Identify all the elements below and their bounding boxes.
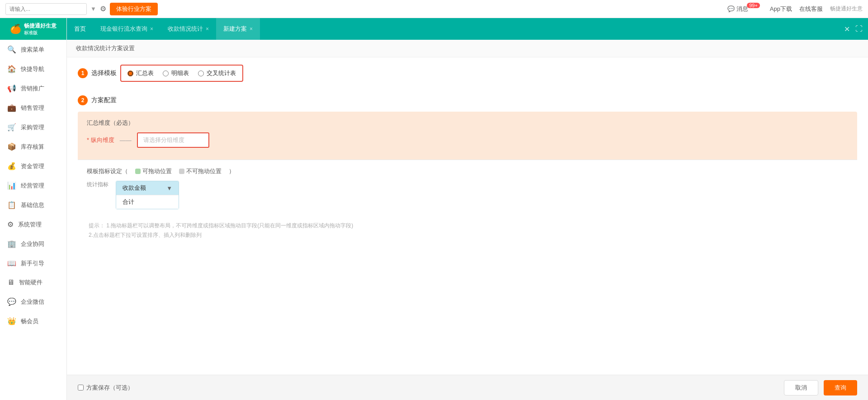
logo-area: 🍊 畅捷通好生意 标准版 xyxy=(0,18,66,40)
metrics-column-header[interactable]: 收款金额 ▼ xyxy=(116,181,179,195)
page-header: 收款情况统计方案设置 xyxy=(67,40,868,57)
sidebar-item-guide[interactable]: 📖 新手引导 xyxy=(0,254,66,273)
page-title: 收款情况统计方案设置 xyxy=(76,45,135,52)
config-area: 汇总维度（必选） * 纵向维度 —— 请选择分组维度 模板指标设定（ xyxy=(78,112,857,246)
radio-cross[interactable]: 交叉统计表 xyxy=(198,69,236,77)
industry-button[interactable]: 体验行业方案 xyxy=(110,3,158,15)
inventory-icon: 📦 xyxy=(7,142,16,151)
step1-circle: 1 xyxy=(78,68,88,78)
metrics-header: 模板指标设定（ 可拖动位置 不可拖动位置 ） xyxy=(87,167,848,175)
sidebar-item-label: 基础信息 xyxy=(21,201,44,209)
radio-detail[interactable]: 明细表 xyxy=(163,69,189,77)
sidebar-item-system[interactable]: ⚙ 系统管理 xyxy=(0,215,66,234)
sidebar-item-label: 经营管理 xyxy=(21,182,44,190)
sidebar-item-inventory[interactable]: 📦 库存核算 xyxy=(0,137,66,156)
content-area: 收款情况统计方案设置 1 选择模板 汇总表 xyxy=(67,40,868,375)
tab-new-plan[interactable]: 新建方案 × xyxy=(216,18,260,40)
sidebar-item-search[interactable]: 🔍 搜索菜单 xyxy=(0,40,66,59)
stats-label: 统计指标 xyxy=(87,181,108,188)
column-dropdown-icon[interactable]: ▼ xyxy=(166,185,172,192)
logo-title: 畅捷通好生意 xyxy=(24,22,57,30)
tab-cashflow-close[interactable]: × xyxy=(150,26,153,32)
query-button[interactable]: 查询 xyxy=(824,380,857,395)
logo-subtitle: 标准版 xyxy=(24,30,57,36)
sidebar-item-home[interactable]: 🏠 快捷导航 xyxy=(0,59,66,79)
step2-header: 2 方案配置 xyxy=(78,95,857,105)
tab-cashflow-label: 现金银行流水查询 xyxy=(100,25,147,33)
radio-detail-label[interactable]: 明细表 xyxy=(171,69,189,77)
tab-home[interactable]: 首页 xyxy=(67,18,93,40)
system-icon: ⚙ xyxy=(7,220,14,229)
metrics-table-area: 统计指标 收款金额 ▼ 合计 xyxy=(87,181,848,209)
sidebar-item-sales[interactable]: 💼 销售管理 xyxy=(0,98,66,118)
draggable-dot xyxy=(135,169,141,174)
fixed-badge: 不可拖动位置 xyxy=(179,167,222,175)
message-badge: 99+ xyxy=(747,3,760,8)
member-icon: 👑 xyxy=(7,317,16,325)
username-display: 畅捷通好生意 xyxy=(830,5,863,13)
save-label[interactable]: 方案保存（可选） xyxy=(86,384,133,392)
gear-icon[interactable]: ⚙ xyxy=(100,5,106,13)
weixin-icon: 💬 xyxy=(7,297,16,306)
save-checkbox[interactable] xyxy=(78,385,84,391)
dimension-arrow: —— xyxy=(120,137,132,144)
sidebar-item-enterprise[interactable]: 🏢 企业协同 xyxy=(0,234,66,254)
tab-receipt[interactable]: 收款情况统计 × xyxy=(160,18,216,40)
sidebar-item-hardware[interactable]: 🖥 智能硬件 xyxy=(0,273,66,292)
search-icon: 🔍 xyxy=(7,45,16,54)
tab-bar-close-icon[interactable]: ✕ xyxy=(844,25,850,33)
sidebar-item-label: 畅会员 xyxy=(21,317,38,325)
save-option: 方案保存（可选） xyxy=(78,384,133,392)
step2-circle: 2 xyxy=(78,95,88,105)
sidebar-item-label: 智能硬件 xyxy=(19,278,42,287)
sidebar-item-basic[interactable]: 📋 基础信息 xyxy=(0,195,66,215)
radio-summary-label[interactable]: 汇总表 xyxy=(136,69,154,77)
dropdown-icon[interactable]: ▼ xyxy=(90,5,96,12)
sidebar-item-member[interactable]: 👑 畅会员 xyxy=(0,311,66,331)
management-icon: 📊 xyxy=(7,181,16,190)
sidebar-item-weixin[interactable]: 💬 企业微信 xyxy=(0,292,66,311)
dimension-row-vertical: * 纵向维度 —— 请选择分组维度 xyxy=(87,132,848,148)
step1-section: 1 选择模板 汇总表 明细表 xyxy=(67,57,868,95)
marketing-icon: 📢 xyxy=(7,84,16,93)
message-action[interactable]: 💬 消息 99+ xyxy=(727,5,763,13)
vertical-dimension-select[interactable]: 请选择分组维度 xyxy=(137,132,209,148)
tab-new-plan-close[interactable]: × xyxy=(250,26,253,32)
radio-summary-input[interactable] xyxy=(127,71,133,76)
radio-detail-input[interactable] xyxy=(163,71,169,76)
tab-receipt-close[interactable]: × xyxy=(206,26,209,32)
tab-new-plan-label: 新建方案 xyxy=(223,25,247,33)
content-inner: 收款情况统计方案设置 1 选择模板 汇总表 xyxy=(67,40,868,375)
online-support-link[interactable]: 在线客服 xyxy=(799,5,823,13)
vertical-dimension-label: * 纵向维度 xyxy=(87,136,114,144)
app-download-link[interactable]: App下载 xyxy=(770,5,792,13)
radio-summary[interactable]: 汇总表 xyxy=(127,69,154,77)
sidebar-item-label: 新手引导 xyxy=(21,259,44,268)
metrics-row-total: 合计 xyxy=(116,195,179,209)
sidebar-item-label: 销售管理 xyxy=(21,104,44,112)
sidebar-item-purchase[interactable]: 🛒 采购管理 xyxy=(0,118,66,137)
column-header-text: 收款金额 xyxy=(123,184,146,192)
layout: 🍊 畅捷通好生意 标准版 🔍 搜索菜单 🏠 快捷导航 📢 营销推广 💼 销售管理… xyxy=(0,18,868,400)
sidebar-item-label: 采购管理 xyxy=(21,123,44,132)
tab-bar: 首页 现金银行流水查询 × 收款情况统计 × 新建方案 × ✕ ⛶ xyxy=(67,18,868,40)
tab-bar-right: ✕ ⛶ xyxy=(844,25,868,33)
radio-cross-label[interactable]: 交叉统计表 xyxy=(207,69,236,77)
sidebar-item-marketing[interactable]: 📢 营销推广 xyxy=(0,79,66,98)
draggable-badge: 可拖动位置 xyxy=(135,167,172,175)
tip-2: 2.点击标题栏下拉可设置排序、插入列和删除列 xyxy=(89,231,846,239)
guide-icon: 📖 xyxy=(7,259,16,268)
enterprise-icon: 🏢 xyxy=(7,240,16,248)
step2-section: 2 方案配置 汇总维度（必选） * 纵向维度 —— 请选择分组维度 xyxy=(67,95,868,254)
template-options: 汇总表 明细表 交叉统计表 xyxy=(120,65,243,82)
sidebar-item-finance[interactable]: 💰 资金管理 xyxy=(0,156,66,176)
fixed-label: 不可拖动位置 xyxy=(186,167,222,175)
top-bar-search-area: ▼ ⚙ 体验行业方案 xyxy=(5,3,727,15)
tab-bar-expand-icon[interactable]: ⛶ xyxy=(855,25,863,33)
tab-cashflow[interactable]: 现金银行流水查询 × xyxy=(93,18,160,40)
search-input[interactable] xyxy=(5,3,87,15)
cancel-button[interactable]: 取消 xyxy=(784,380,818,395)
sidebar-item-management[interactable]: 📊 经营管理 xyxy=(0,176,66,195)
bottom-bar: 方案保存（可选） 取消 查询 xyxy=(67,375,868,400)
radio-cross-input[interactable] xyxy=(198,71,204,76)
